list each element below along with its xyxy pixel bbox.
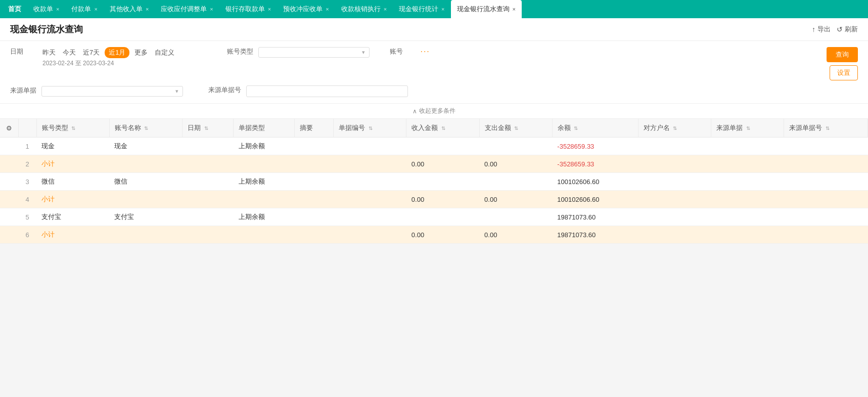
date-btn-7days[interactable]: 近7天	[81, 48, 102, 58]
nav-tab-other-income[interactable]: 其他收入单 ×	[104, 0, 155, 18]
column-counterpart[interactable]: 对方户名 ⇅	[638, 119, 711, 138]
collapse-up-icon: ∧	[413, 108, 417, 115]
nav-tab-cash-stat[interactable]: 现金银行统计 ×	[393, 0, 450, 18]
refresh-button[interactable]: ↺ 刷新	[837, 25, 858, 34]
cell-doc-no	[334, 226, 406, 244]
cell-source-doc	[711, 226, 784, 244]
cell-gear	[0, 155, 18, 173]
cell-income	[406, 173, 479, 191]
date-btn-today[interactable]: 今天	[61, 48, 78, 58]
account-type-col-label: 账号类型	[42, 124, 68, 131]
nav-tab-other-income-label: 其他收入单	[110, 5, 143, 14]
cell-account-name: 微信	[109, 173, 182, 191]
close-icon[interactable]: ×	[384, 6, 387, 12]
account-type-select[interactable]: ▾	[258, 47, 370, 58]
collapse-label: 收起更多条件	[419, 107, 455, 115]
export-button[interactable]: ↑ 导出	[812, 25, 831, 34]
cell-summary	[294, 191, 333, 208]
column-doc-type: 单据类型	[234, 119, 294, 138]
nav-tab-payment[interactable]: 付款单 ×	[65, 0, 103, 18]
date-shortcuts: 昨天 今天 近7天 近1月 更多 自定义	[40, 47, 176, 58]
close-icon[interactable]: ×	[268, 6, 271, 12]
cell-row-num: 2	[18, 155, 36, 173]
column-row-num	[18, 119, 36, 138]
column-income[interactable]: 收入金额 ⇅	[406, 119, 479, 138]
column-account-type[interactable]: 账号类型 ⇅	[36, 119, 109, 138]
column-date[interactable]: 日期 ⇅	[182, 119, 234, 138]
cell-expense: 0.00	[479, 155, 552, 173]
nav-tab-ar-ap-adjust[interactable]: 应收应付调整单 ×	[155, 0, 219, 18]
cell-doc-no	[334, 138, 406, 155]
column-expense[interactable]: 支出金额 ⇅	[479, 119, 552, 138]
close-icon[interactable]: ×	[441, 6, 444, 12]
cell-doc-no	[334, 155, 406, 173]
income-col-label: 收入金额	[412, 124, 438, 131]
cell-doc-type: 上期余额	[234, 208, 294, 226]
balance-col-label: 余额	[558, 124, 571, 131]
column-source-doc-no[interactable]: 来源单据号 ⇅	[784, 119, 868, 138]
collapse-button[interactable]: ∧ 收起更多条件	[413, 107, 455, 115]
cell-account-name	[109, 226, 182, 244]
account-dots-button[interactable]: ···	[420, 47, 430, 56]
sort-icon: ⇅	[441, 125, 445, 131]
close-icon[interactable]: ×	[94, 6, 97, 12]
gear-icon[interactable]: ⚙	[6, 124, 12, 132]
source-doc-col-label: 来源单据	[716, 124, 743, 131]
cell-counterpart	[638, 208, 711, 226]
source-doc-filter: 来源单据 ▾	[10, 86, 183, 97]
cell-account-type: 现金	[36, 138, 109, 155]
source-doc-no-filter: 来源单据号	[208, 85, 408, 97]
cell-counterpart	[638, 191, 711, 208]
close-icon[interactable]: ×	[56, 6, 59, 12]
cell-summary	[294, 155, 333, 173]
cell-source-doc	[711, 155, 784, 173]
date-btn-custom[interactable]: 自定义	[153, 48, 176, 58]
column-balance[interactable]: 余额 ⇅	[552, 119, 638, 138]
nav-tab-home[interactable]: 首页	[2, 0, 27, 18]
source-doc-no-input[interactable]	[246, 85, 408, 97]
top-navigation: 首页 收款单 × 付款单 × 其他收入单 × 应收应付调整单 × 银行存取款单 …	[0, 0, 868, 18]
close-icon[interactable]: ×	[146, 6, 149, 12]
nav-tab-home-label: 首页	[8, 5, 21, 14]
date-btn-1month[interactable]: 近1月	[105, 47, 129, 58]
nav-tab-bank-deposit[interactable]: 银行存取款单 ×	[219, 0, 277, 18]
doc-type-col-label: 单据类型	[239, 124, 265, 131]
cell-source-doc	[711, 191, 784, 208]
date-btn-more[interactable]: 更多	[132, 48, 150, 58]
date-filter-label: 日期	[10, 47, 35, 56]
query-button[interactable]: 查询	[827, 47, 858, 62]
sort-icon: ⇅	[673, 125, 677, 131]
cell-account-type: 支付宝	[36, 208, 109, 226]
source-doc-select[interactable]: ▾	[41, 86, 183, 97]
table-body: 1 现金 现金 上期余额 -3528659.33 2 小计 0.00 0.00 …	[0, 138, 868, 244]
date-col-label: 日期	[188, 124, 201, 131]
close-icon[interactable]: ×	[513, 6, 516, 12]
close-icon[interactable]: ×	[326, 6, 329, 12]
nav-tab-receipt[interactable]: 收款单 ×	[27, 0, 65, 18]
account-filter: 账号 ···	[390, 47, 430, 56]
nav-tab-write-off-label: 收款核销执行	[341, 5, 381, 14]
sort-icon: ⇅	[71, 125, 75, 131]
nav-tab-bank-deposit-label: 银行存取款单	[225, 5, 265, 14]
date-btn-yesterday[interactable]: 昨天	[40, 48, 58, 58]
cell-date	[182, 226, 234, 244]
column-source-doc[interactable]: 来源单据 ⇅	[711, 119, 784, 138]
nav-tab-cash-flow[interactable]: 现金银行流水查询 ×	[451, 0, 522, 18]
nav-tab-ar-ap-label: 应收应付调整单	[161, 5, 207, 14]
cell-expense	[479, 138, 552, 155]
column-gear[interactable]: ⚙	[0, 119, 18, 138]
settings-button[interactable]: 设置	[830, 65, 858, 80]
nav-tab-write-off[interactable]: 收款核销执行 ×	[335, 0, 393, 18]
table-row: 3 微信 微信 上期余额 100102606.60	[0, 173, 868, 191]
cell-account-type: 微信	[36, 173, 109, 191]
column-account-name[interactable]: 账号名称 ⇅	[109, 119, 182, 138]
cell-gear	[0, 208, 18, 226]
nav-tab-prepay[interactable]: 预收冲应收单 ×	[277, 0, 335, 18]
cell-income: 0.00	[406, 155, 479, 173]
page-title: 现金银行流水查询	[10, 23, 83, 35]
doc-no-col-label: 单据编号	[339, 124, 365, 131]
close-icon[interactable]: ×	[210, 6, 213, 12]
cell-counterpart	[638, 173, 711, 191]
column-doc-no[interactable]: 单据编号 ⇅	[334, 119, 406, 138]
cell-row-num: 5	[18, 208, 36, 226]
